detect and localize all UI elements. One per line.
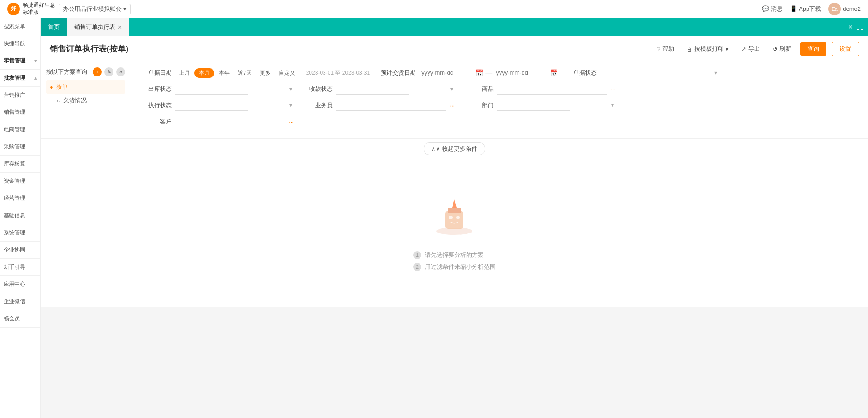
sidebar-item-wechat[interactable]: 企业微信 xyxy=(0,293,40,310)
date-tab-custom[interactable]: 自定义 xyxy=(275,68,299,78)
sidebar-item-operations[interactable]: 经营管理 xyxy=(0,190,40,207)
filter-goods-field: 商品 ··· xyxy=(462,84,616,95)
logo-area: 好 畅捷通好生意 标准版 xyxy=(7,2,55,16)
page-title: 销售订单执行表(按单) xyxy=(50,43,128,54)
scheme-icon: ● xyxy=(50,84,53,90)
export-icon: ↗ xyxy=(741,46,746,52)
date-tab-more[interactable]: 更多 xyxy=(256,68,274,78)
page-inner: 销售订单执行表(按单) ? 帮助 🖨 按模板打印 ▾ ↗ xyxy=(41,36,868,307)
chevron-down-icon: ▾ xyxy=(34,58,37,63)
user-area[interactable]: Ea demo2 xyxy=(828,3,861,15)
date-tabs: 上月 本月 本年 近7天 更多 自定义 xyxy=(175,68,299,78)
out-status-select[interactable] xyxy=(175,84,248,95)
filter-row-1: 单据日期 上月 本月 本年 近7天 更多 自定义 2023-03-01 至 20… xyxy=(140,67,859,78)
empty-steps: 1 请先选择要分析的方案 2 用过滤条件来缩小分析范围 xyxy=(413,251,495,271)
dept-select[interactable] xyxy=(497,100,570,111)
filter-right-panel: 单据日期 上月 本月 本年 近7天 更多 自定义 2023-03-01 至 20… xyxy=(131,62,868,138)
customer-more-btn[interactable]: ··· xyxy=(289,119,294,125)
filter-out-status-field: 出库状态 xyxy=(140,84,294,95)
query-btn[interactable]: 查询 xyxy=(800,42,826,56)
sidebar-item-enterprise[interactable]: 企业协同 xyxy=(0,242,40,259)
filter-salesperson-field: 业务员 ··· xyxy=(301,100,455,111)
expected-date-start[interactable] xyxy=(420,67,474,78)
avatar: Ea xyxy=(828,3,841,15)
tab-sales-order[interactable]: 销售订单执行表 × xyxy=(67,18,129,36)
sidebar-search[interactable]: 搜索菜单 xyxy=(0,18,40,35)
sidebar-shortcut[interactable]: 快捷导航 xyxy=(0,35,40,52)
sidebar-item-newguide[interactable]: 新手引导 xyxy=(0,259,40,276)
window-maximize-icon[interactable]: ⛶ xyxy=(856,23,863,31)
dept-wrapper xyxy=(497,100,616,111)
date-tab-this-year[interactable]: 本年 xyxy=(215,68,233,78)
svg-marker-3 xyxy=(452,200,457,208)
collect-status-select[interactable] xyxy=(336,84,409,95)
scheme-backorder[interactable]: ○ 欠货情况 xyxy=(46,94,125,107)
expected-date-group: 📅 — 📅 xyxy=(420,67,558,78)
export-btn[interactable]: ↗ 导出 xyxy=(738,43,764,55)
salesperson-more-btn[interactable]: ··· xyxy=(450,102,455,109)
sidebar-item-member[interactable]: 畅会员 xyxy=(0,310,40,328)
filter-row-2: 出库状态 收款状态 xyxy=(140,84,859,95)
expected-date-end[interactable] xyxy=(494,67,548,78)
status-select[interactable] xyxy=(600,67,673,78)
customer-input[interactable] xyxy=(175,116,285,127)
refresh-btn[interactable]: ↺ 刷新 xyxy=(769,43,795,55)
date-tab-7days[interactable]: 近7天 xyxy=(234,68,255,78)
tab-home[interactable]: 首页 xyxy=(41,18,67,36)
content-area: 首页 销售订单执行表 × × ⛶ 销售订单执行表(按单) ? xyxy=(41,18,868,418)
goods-input[interactable] xyxy=(497,84,607,95)
salesperson-input[interactable] xyxy=(336,100,446,111)
sidebar-item-purchase[interactable]: 采购管理 xyxy=(0,138,40,156)
sidebar-item-wholesale[interactable]: 批发管理 ▴ xyxy=(0,70,40,87)
collect-status-wrapper xyxy=(336,84,455,95)
empty-step-1: 1 请先选择要分析的方案 xyxy=(413,251,495,259)
page-actions: ? 帮助 🖨 按模板打印 ▾ ↗ 导出 ↺ xyxy=(654,42,859,56)
sidebar: 搜索菜单 快捷导航 零售管理 ▾ 批发管理 ▴ 营销推广 销售管理 电商管理 采… xyxy=(0,18,41,418)
print-icon: 🖨 xyxy=(687,46,693,52)
sidebar-item-sales[interactable]: 销售管理 xyxy=(0,104,40,121)
sidebar-item-marketing[interactable]: 营销推广 xyxy=(0,87,40,104)
empty-state: 1 请先选择要分析的方案 2 用过滤条件来缩小分析范围 xyxy=(41,159,868,307)
message-icon: 💬 xyxy=(762,5,769,12)
calendar-icon-start[interactable]: 📅 xyxy=(476,69,483,76)
filter-date-field: 单据日期 上月 本月 本年 近7天 更多 自定义 2023-03-01 至 20… xyxy=(140,68,373,78)
chevron-up-icon: ▴ xyxy=(34,76,37,81)
template-print-btn[interactable]: 🖨 按模板打印 ▾ xyxy=(683,43,732,55)
collapse-bar: ∧∧ 收起更多条件 xyxy=(41,138,868,159)
help-icon: ? xyxy=(657,46,660,52)
settings-btn[interactable]: 设置 xyxy=(832,42,859,56)
refresh-icon: ↺ xyxy=(773,46,778,52)
edit-scheme-btn[interactable]: ✎ xyxy=(104,67,113,76)
page-header: 销售订单执行表(按单) ? 帮助 🖨 按模板打印 ▾ ↗ xyxy=(41,36,868,62)
filter-collect-status-field: 收款状态 xyxy=(301,84,455,95)
sidebar-item-system[interactable]: 系统管理 xyxy=(0,224,40,242)
message-btn[interactable]: 💬 消息 xyxy=(762,5,783,13)
collapse-panel-btn[interactable]: « xyxy=(116,67,125,76)
exec-status-wrapper xyxy=(175,100,294,111)
sidebar-item-finance[interactable]: 资金管理 xyxy=(0,173,40,190)
top-bar-right: 💬 消息 📱 App下载 Ea demo2 xyxy=(762,3,861,15)
calendar-icon-end[interactable]: 📅 xyxy=(550,69,558,76)
window-close-icon[interactable]: × xyxy=(849,23,853,31)
sidebar-item-retail[interactable]: 零售管理 ▾ xyxy=(0,52,40,70)
add-scheme-btn[interactable]: + xyxy=(93,67,102,76)
scheme-by-order[interactable]: ● 按单 xyxy=(46,80,125,94)
sidebar-item-inventory[interactable]: 库存核算 xyxy=(0,156,40,173)
svg-point-4 xyxy=(449,216,453,219)
filter-expected-date-field: 预计交货日期 📅 — 📅 xyxy=(381,67,558,78)
sidebar-item-apps[interactable]: 应用中心 xyxy=(0,276,40,293)
tab-close-icon[interactable]: × xyxy=(118,24,122,31)
date-tab-last-month[interactable]: 上月 xyxy=(175,68,193,78)
filter-exec-status-field: 执行状态 xyxy=(140,100,294,111)
collapse-more-btn[interactable]: ∧∧ 收起更多条件 xyxy=(424,142,485,155)
help-btn[interactable]: ? 帮助 xyxy=(654,43,678,55)
app-download-btn[interactable]: 📱 App下载 xyxy=(790,5,821,13)
empty-step-2: 2 用过滤条件来缩小分析范围 xyxy=(413,263,495,271)
sidebar-item-basic-info[interactable]: 基础信息 xyxy=(0,207,40,224)
sidebar-item-ecommerce[interactable]: 电商管理 xyxy=(0,121,40,138)
goods-more-btn[interactable]: ··· xyxy=(611,86,616,93)
out-status-wrapper xyxy=(175,84,294,95)
exec-status-select[interactable] xyxy=(175,100,248,111)
account-selector[interactable]: 办公用品行业模拟账套 ▾ xyxy=(59,4,131,14)
date-tab-this-month[interactable]: 本月 xyxy=(194,68,214,78)
